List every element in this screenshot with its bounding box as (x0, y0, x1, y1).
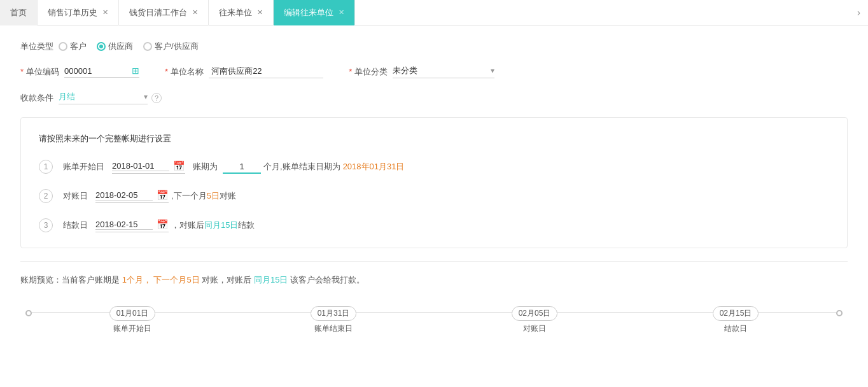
unit-code-input-wrapper: ⊞ (64, 66, 139, 78)
unit-code-label: 单位编码 (26, 66, 59, 78)
unit-category-value: 未分类 (393, 65, 487, 76)
settings-box-title: 请按照未来的一个完整帐期进行设置 (39, 133, 829, 144)
payment-terms-select[interactable]: 月结 ▾ (59, 91, 148, 104)
unit-type-radio-group: 客户 供应商 客户/供应商 (59, 41, 199, 52)
step-2-calendar-icon[interactable]: 📅 (157, 190, 169, 201)
radio-supplier-label: 供应商 (108, 41, 133, 52)
step-2-num: 2 (39, 189, 53, 203)
step-3-label: 结款日 (63, 220, 88, 231)
tab-home-label: 首页 (10, 7, 27, 18)
payment-terms-value: 月结 (59, 91, 140, 102)
step-1-mid-text: 账期为 (193, 161, 218, 172)
tab-edit-partner[interactable]: 编辑往来单位 ✕ (274, 0, 355, 25)
timeline-label-2: 账单结束日 (314, 323, 353, 334)
unit-name-label: 单位名称 (171, 66, 204, 78)
timeline-segment-2: 01月31日 账单结束日 (233, 304, 434, 334)
timeline-badge-3: 02月05日 (512, 306, 558, 321)
tab-home[interactable]: 首页 (0, 0, 38, 25)
unit-name-group: * 单位名称 (165, 66, 323, 78)
tab-cash-ledger[interactable]: 钱货日清工作台 ✕ (119, 0, 209, 25)
unit-type-label: 单位类型 (20, 41, 53, 52)
step-1-date-input-wrapper: 📅 (112, 160, 185, 174)
timeline-badge-1: 01月01日 (109, 306, 156, 321)
timeline-badge-2: 01月31日 (311, 306, 357, 321)
tab-sales-history[interactable]: 销售订单历史 ✕ (38, 0, 119, 25)
radio-supplier[interactable]: 供应商 (97, 41, 133, 52)
timeline-dot-start (25, 310, 32, 316)
tab-partner-units[interactable]: 往来单位 ✕ (209, 0, 274, 25)
step-3-calendar-icon[interactable]: 📅 (157, 219, 169, 230)
radio-supplier-circle (97, 42, 106, 51)
step-1-period-unit: 个月,账单结束日期为 (263, 161, 340, 172)
step-2-label: 对账日 (63, 190, 88, 202)
unit-category-label: 单位分类 (354, 66, 388, 78)
timeline-label-1: 账单开始日 (113, 323, 151, 334)
unit-code-star: * (20, 67, 24, 76)
tab-cash-ledger-close[interactable]: ✕ (192, 9, 198, 16)
payment-terms-arrow-icon: ▾ (144, 92, 148, 101)
step-3-suffix-highlight: 同月15日 (204, 220, 238, 231)
step-2-row: 2 对账日 📅 ,下一个月 5日 对账 (39, 189, 829, 203)
tab-partner-units-close[interactable]: ✕ (257, 9, 263, 16)
step-2-date-input-wrapper: 📅 (95, 190, 169, 203)
timeline-right-dot (836, 304, 843, 316)
unit-code-group: * 单位编码 ⊞ (20, 66, 139, 78)
step-3-date-input[interactable] (95, 220, 153, 230)
radio-customer-label: 客户 (70, 41, 87, 52)
timeline-segment-3: 02月05日 对账日 (434, 304, 635, 334)
radio-customer-circle (59, 42, 67, 51)
timeline-label-3: 对账日 (523, 323, 546, 334)
tab-edit-partner-label: 编辑往来单位 (284, 7, 333, 18)
unit-name-star: * (165, 67, 168, 76)
unit-category-arrow-icon: ▾ (491, 66, 494, 75)
tab-sales-history-label: 销售订单历史 (48, 7, 97, 18)
settings-box: 请按照未来的一个完整帐期进行设置 1 账单开始日 📅 账期为 个月,账单结束日期… (20, 117, 848, 248)
timeline-left-dot (25, 304, 32, 316)
step-2-suffix-highlight: 5日 (207, 190, 220, 202)
unit-category-select[interactable]: 未分类 ▾ (393, 65, 494, 78)
preview-part1: 1个月， (122, 275, 151, 285)
radio-customer-supplier-label: 客户/供应商 (155, 41, 199, 52)
preview-section: 账期预览：当前客户账期是 1个月， 下一个月5日 对账，对账后 同月15日 该客… (20, 261, 848, 334)
period-input[interactable] (223, 160, 261, 174)
step-1-row: 1 账单开始日 📅 账期为 个月,账单结束日期为 2018年01月31日 (39, 160, 829, 174)
preview-part4: 同月15日 (254, 275, 288, 285)
preview-label: 账期预览：当前客户账期是 (20, 275, 120, 285)
step-2-date-input[interactable] (95, 190, 153, 201)
unit-code-copy-icon[interactable]: ⊞ (132, 66, 139, 76)
step-1-calendar-icon[interactable]: 📅 (173, 160, 185, 172)
tab-partner-units-label: 往来单位 (219, 7, 252, 18)
step-1-date-input[interactable] (112, 161, 169, 171)
main-content: 单位类型 客户 供应商 客户/供应商 * 单位编码 ⊞ (0, 25, 868, 387)
step-3-suffix-pre: ，对账后 (171, 220, 204, 231)
step-2-suffix-pre: ,下一个月 (171, 190, 207, 202)
tabs-arrow[interactable]: › (850, 7, 868, 18)
unit-details-row: * 单位编码 ⊞ * 单位名称 * 单位分类 未分类 ▾ (20, 65, 848, 78)
timeline-container: 01月01日 账单开始日 01月31日 账单结束日 02月05日 (20, 304, 848, 334)
payment-terms-label: 收款条件 (20, 92, 53, 104)
step-3-num: 3 (39, 218, 53, 232)
timeline-segment-4: 02月15日 结款日 (635, 304, 836, 334)
timeline-label-4: 结款日 (724, 323, 747, 334)
payment-terms-row: 收款条件 月结 ▾ ? (20, 91, 848, 104)
preview-part5: 该客户会给我打款。 (290, 275, 365, 285)
radio-customer-supplier-circle (143, 42, 152, 51)
tabs-bar: 首页 销售订单历史 ✕ 钱货日清工作台 ✕ 往来单位 ✕ 编辑往来单位 ✕ › (0, 0, 868, 25)
tab-sales-history-close[interactable]: ✕ (102, 9, 108, 16)
payment-terms-help-icon[interactable]: ? (151, 93, 162, 103)
preview-part3: 对账，对账后 (202, 275, 251, 285)
radio-customer[interactable]: 客户 (59, 41, 87, 52)
unit-category-star: * (349, 67, 352, 76)
tab-cash-ledger-label: 钱货日清工作台 (129, 7, 187, 18)
radio-customer-supplier[interactable]: 客户/供应商 (143, 41, 199, 52)
preview-text: 账期预览：当前客户账期是 1个月， 下一个月5日 对账，对账后 同月15日 该客… (20, 274, 848, 286)
timeline-dot-end (836, 310, 843, 316)
step-3-suffix-post: 结款 (238, 220, 255, 231)
step-1-label: 账单开始日 (63, 161, 104, 172)
unit-name-input[interactable] (209, 66, 323, 78)
step-3-date-input-wrapper: 📅 (95, 219, 169, 232)
unit-code-input[interactable] (64, 66, 128, 76)
step-2-suffix-post: 对账 (220, 190, 236, 202)
step-3-row: 3 结款日 📅 ，对账后 同月15日 结款 (39, 218, 829, 232)
tab-edit-partner-close[interactable]: ✕ (339, 9, 344, 16)
